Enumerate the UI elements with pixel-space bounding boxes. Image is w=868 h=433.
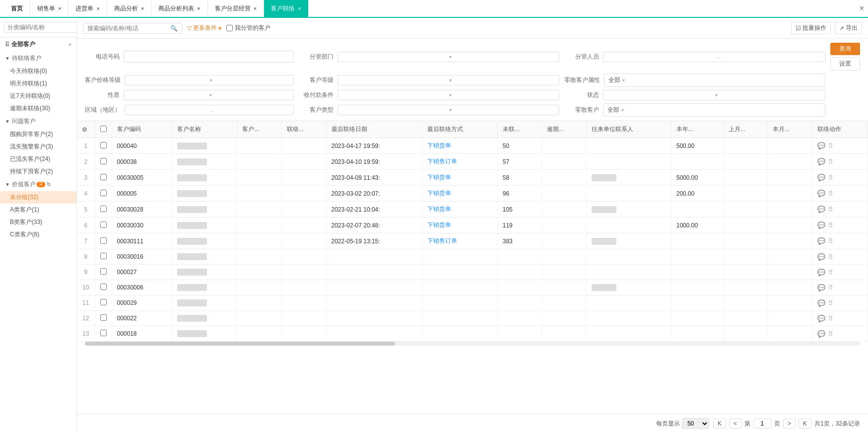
retail-customer-select[interactable]: 全部 ▾ xyxy=(603,103,825,117)
tab-purchase-close[interactable]: × xyxy=(96,5,99,11)
tab-product-analysis-close[interactable]: × xyxy=(141,5,144,11)
status-select[interactable]: ▾ xyxy=(603,90,825,100)
tab-home[interactable]: 首页 xyxy=(4,0,30,17)
more-actions-icon[interactable]: ⠿ xyxy=(828,299,833,307)
row-checkbox[interactable] xyxy=(95,202,112,217)
tab-customer-segment[interactable]: 客户分层经营 × xyxy=(208,0,264,17)
prev-page-button[interactable]: < xyxy=(729,419,741,429)
row-checkbox[interactable] xyxy=(95,295,112,311)
customer-type-select[interactable]: ▾ xyxy=(337,105,560,115)
more-actions-icon[interactable]: ⠿ xyxy=(828,330,833,338)
tab-product-analysis[interactable]: 商品分析 × xyxy=(107,0,151,17)
last-method-link[interactable]: 下销货单 xyxy=(427,142,451,149)
next-page-button[interactable]: > xyxy=(783,419,796,429)
chat-icon[interactable]: 💬 xyxy=(817,299,825,307)
chat-icon[interactable]: 💬 xyxy=(817,221,825,229)
page-size-select[interactable]: 50100200 xyxy=(682,418,709,429)
more-actions-icon[interactable]: ⠿ xyxy=(828,269,833,276)
chat-icon[interactable]: 💬 xyxy=(817,269,825,276)
search-input[interactable] xyxy=(87,25,170,32)
tab-customer-contact[interactable]: 客户联络 × xyxy=(264,0,308,17)
tab-purchase[interactable]: 进货单 × xyxy=(68,0,107,17)
th-settings[interactable]: ⚙ xyxy=(77,121,95,138)
export-button[interactable]: ↗ 导出 xyxy=(835,22,862,34)
more-actions-icon[interactable]: ⠿ xyxy=(828,237,833,245)
chat-icon[interactable]: 💬 xyxy=(817,237,825,245)
row-checkbox[interactable] xyxy=(95,326,112,342)
chat-icon[interactable]: 💬 xyxy=(817,174,825,181)
row-checkbox[interactable] xyxy=(95,217,112,233)
tab-product-list[interactable]: 商品分析列表 × xyxy=(151,0,207,17)
chat-icon[interactable]: 💬 xyxy=(817,253,825,261)
last-method-link[interactable]: 下销货单 xyxy=(427,221,451,228)
chat-icon[interactable]: 💬 xyxy=(817,206,825,213)
chat-icon[interactable]: 💬 xyxy=(817,190,825,197)
sidebar-item-overdue[interactable]: 逾期未联络(30) xyxy=(0,102,76,115)
sidebar-item-declining[interactable]: 持续下滑客户(2) xyxy=(0,165,76,178)
sidebar-item-ungrouped[interactable]: 未分组(32) xyxy=(0,191,76,204)
manager-select[interactable]: … xyxy=(603,52,825,62)
tab-product-list-close[interactable]: × xyxy=(197,5,200,11)
tab-sales[interactable]: 销售单 × xyxy=(30,0,68,17)
region-select[interactable]: … xyxy=(125,105,294,115)
refresh-icon[interactable]: ↻ xyxy=(47,181,51,188)
sidebar-all-customers[interactable]: ⠿ 全部客户 « xyxy=(0,37,76,52)
last-method-link[interactable]: 下销货单 xyxy=(427,206,451,213)
sidebar-group-problem[interactable]: ▼ 问题客户 xyxy=(0,115,76,128)
sidebar-group-pending[interactable]: ▼ 待联络客户 xyxy=(0,52,76,65)
last-method-link[interactable]: 下销售订单 xyxy=(427,158,457,165)
last-page-button[interactable]: K xyxy=(799,419,811,429)
more-actions-icon[interactable]: ⠿ xyxy=(828,221,833,229)
row-checkbox[interactable] xyxy=(95,280,112,295)
retail-attr-select[interactable]: 全部 ▾ xyxy=(604,73,825,87)
more-actions-icon[interactable]: ⠿ xyxy=(828,206,833,213)
category-search-input[interactable] xyxy=(4,22,77,33)
first-page-button[interactable]: K xyxy=(713,419,726,429)
more-actions-icon[interactable]: ⠿ xyxy=(828,253,833,261)
sidebar-item-class-b[interactable]: B类客户(33) xyxy=(0,216,76,228)
sidebar-group-value[interactable]: ▼ 价值客户 R ↻ xyxy=(0,178,76,191)
select-all-checkbox[interactable] xyxy=(100,126,107,132)
sidebar-item-churned[interactable]: 已流失客户(24) xyxy=(0,153,76,165)
sidebar-item-today[interactable]: 今天待联络(0) xyxy=(0,65,76,77)
search-button[interactable]: 查询 xyxy=(830,43,860,55)
chat-icon[interactable]: 💬 xyxy=(817,158,825,165)
phone-input[interactable] xyxy=(124,51,294,63)
gender-select[interactable]: ▾ xyxy=(124,90,294,100)
row-checkbox[interactable] xyxy=(95,311,112,326)
more-actions-icon[interactable]: ⠿ xyxy=(828,158,833,165)
sidebar-item-hoarding[interactable]: 囤购异常客户(2) xyxy=(0,128,76,141)
payment-select[interactable]: ▾ xyxy=(337,90,560,100)
tab-customer-contact-close[interactable]: × xyxy=(298,5,301,11)
window-close-button[interactable]: × xyxy=(860,4,864,13)
more-conditions-button[interactable]: ▽ 更多条件 ▾ xyxy=(187,24,221,32)
row-checkbox[interactable] xyxy=(95,233,112,249)
sidebar-item-class-a[interactable]: A类客户(1) xyxy=(0,204,76,216)
sidebar-collapse-icon[interactable]: « xyxy=(68,42,71,47)
reset-button[interactable]: 设置 xyxy=(830,57,860,71)
sidebar-item-class-c[interactable]: C类客户(6) xyxy=(0,228,76,241)
my-customers-checkbox[interactable]: 我分管的客户 xyxy=(226,24,270,32)
last-method-link[interactable]: 下销售订单 xyxy=(427,237,457,244)
price-level-select[interactable]: ▾ xyxy=(125,75,294,85)
row-checkbox[interactable] xyxy=(95,186,112,202)
more-actions-icon[interactable]: ⠿ xyxy=(828,174,833,181)
more-actions-icon[interactable]: ⠿ xyxy=(828,190,833,197)
chat-icon[interactable]: 💬 xyxy=(817,315,825,322)
chat-icon[interactable]: 💬 xyxy=(817,284,825,291)
row-checkbox[interactable] xyxy=(95,265,112,280)
tab-customer-segment-close[interactable]: × xyxy=(254,5,257,11)
row-checkbox[interactable] xyxy=(95,138,112,154)
tab-sales-close[interactable]: × xyxy=(58,5,61,11)
my-customers-check[interactable] xyxy=(226,25,233,31)
page-number-input[interactable] xyxy=(753,419,771,429)
more-actions-icon[interactable]: ⠿ xyxy=(828,142,833,149)
sidebar-item-7days[interactable]: 近7天待联络(0) xyxy=(0,90,76,102)
customer-level-select[interactable]: ▾ xyxy=(337,75,560,85)
last-method-link[interactable]: 下销货单 xyxy=(427,174,451,181)
more-actions-icon[interactable]: ⠿ xyxy=(828,284,833,291)
row-checkbox[interactable] xyxy=(95,249,112,265)
dept-select[interactable]: ▾ xyxy=(337,52,560,62)
chat-icon[interactable]: 💬 xyxy=(817,142,825,149)
row-checkbox[interactable] xyxy=(95,170,112,186)
